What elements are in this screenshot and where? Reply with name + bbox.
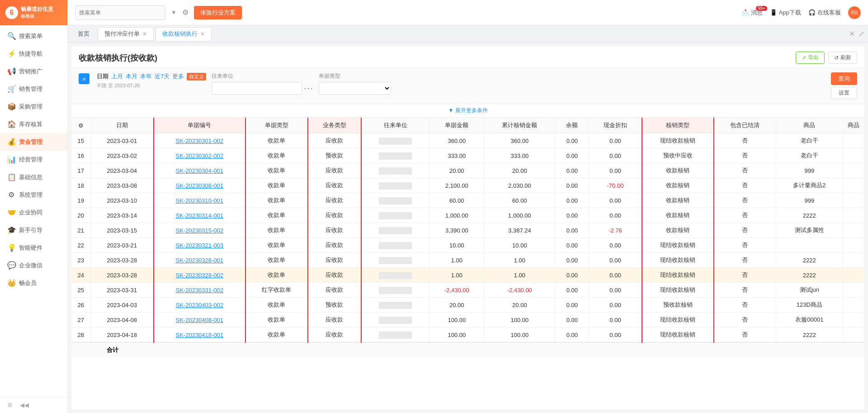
voucher-link[interactable]: SK-20230301-002: [176, 138, 224, 144]
table-row: 19 2023-03-10 SK-20230310-001 收款单 应收款 ██…: [71, 193, 864, 208]
settings-icon[interactable]: ⚙: [7, 402, 13, 408]
td-include-settled: 否: [714, 328, 776, 343]
col-goods[interactable]: 商品: [776, 118, 843, 133]
filter-date-more[interactable]: 更多: [172, 72, 184, 81]
export-btn[interactable]: ↗ 导出: [796, 52, 825, 64]
voucher-link[interactable]: SK-20230328-001: [176, 257, 224, 264]
filter-date-label: 日期: [97, 72, 108, 81]
td-cumulative: 100.00: [484, 328, 555, 343]
col-cash-discount[interactable]: 现金折扣: [589, 118, 642, 133]
voucher-link[interactable]: SK-20230403-002: [176, 302, 224, 309]
td-voucher-no: SK-20230304-001: [154, 163, 245, 178]
col-partner[interactable]: 往来单位: [361, 118, 429, 133]
sidebar-item-基础信息[interactable]: 📋 基础信息: [0, 168, 67, 186]
col-balance[interactable]: 余额: [555, 118, 589, 133]
dropdown-arrow-icon[interactable]: ▼: [171, 9, 177, 16]
td-voucher-no: SK-20230328-002: [154, 268, 245, 283]
sidebar-item-企业微信[interactable]: 💬 企业微信: [0, 256, 67, 274]
sidebar-item-系统管理[interactable]: ⚙ 系统管理: [0, 186, 67, 204]
td-date: 2023-03-15: [90, 223, 154, 238]
col-amount[interactable]: 单据金额: [429, 118, 484, 133]
filter-actions: 查询 设置: [831, 72, 857, 99]
td-cash-discount: 0.00: [589, 148, 642, 163]
tabbar-actions: ✕ ⤢: [849, 29, 864, 38]
filter-voucher-type-select[interactable]: 收款单 红字收款单: [319, 82, 391, 95]
gear-icon[interactable]: ⚙: [182, 8, 189, 17]
filter-toggle-btn[interactable]: »: [79, 73, 90, 84]
app-download-btn[interactable]: 📱 App下载: [770, 9, 801, 17]
sidebar-item-经营管理[interactable]: 📊 经营管理: [0, 151, 67, 168]
voucher-link[interactable]: SK-20230314-001: [176, 212, 224, 219]
tab-close-prepay[interactable]: ✕: [142, 31, 147, 37]
tab-expand-icon[interactable]: ⤢: [859, 29, 864, 38]
col-voucher-type[interactable]: 单据类型: [245, 118, 308, 133]
sidebar-item-库存核算[interactable]: 🏠 库存核算: [0, 115, 67, 133]
refresh-btn[interactable]: ↺ 刷新: [828, 52, 857, 64]
settings-btn[interactable]: 设置: [831, 87, 857, 99]
voucher-link[interactable]: SK-20230304-001: [176, 167, 224, 174]
td-voucher-no: SK-20230315-002: [154, 223, 245, 238]
tab-home[interactable]: 首页: [71, 27, 96, 41]
voucher-link[interactable]: SK-20230328-002: [176, 272, 224, 279]
filter-date-7days[interactable]: 近7天: [155, 72, 170, 81]
sidebar-item-新手引导[interactable]: 🎓 新手引导: [0, 221, 67, 239]
td-goods: 2222: [776, 268, 843, 283]
col-include-settled[interactable]: 包含已结清: [714, 118, 776, 133]
industry-btn[interactable]: 体验行业方案: [194, 6, 242, 19]
tab-collection[interactable]: 收款核销执行 ✕: [156, 27, 212, 41]
tab-prepay[interactable]: 预付冲应付单 ✕: [98, 27, 154, 41]
td-goods2: [843, 163, 864, 178]
tab-close-all-icon[interactable]: ✕: [849, 29, 855, 38]
sidebar-item-企业协同[interactable]: 🤝 企业协同: [0, 204, 67, 221]
td-date: 2023-04-18: [90, 328, 154, 343]
td-biz-type: 应收款: [308, 313, 361, 328]
expand-more-bar[interactable]: ▼ 展开更多条件: [71, 104, 864, 118]
filter-date-cur-year[interactable]: 本年: [140, 72, 152, 81]
voucher-link[interactable]: SK-20230408-001: [176, 317, 224, 323]
voucher-link[interactable]: SK-20230321-003: [176, 242, 224, 249]
sidebar-item-快捷导航[interactable]: ⚡ 快捷导航: [0, 45, 67, 62]
sidebar-item-采购管理[interactable]: 📦 采购管理: [0, 98, 67, 115]
sidebar-item-label: 资金管理: [19, 138, 42, 146]
voucher-link[interactable]: SK-20230418-001: [176, 332, 224, 338]
voucher-link[interactable]: SK-20230315-002: [176, 227, 224, 234]
online-service-btn[interactable]: 🎧 在线客服: [808, 9, 841, 17]
filter-dots[interactable]: ···: [304, 84, 313, 93]
messages-btn[interactable]: 📩 消息 99+: [742, 9, 763, 17]
td-biz-type: 应收款: [308, 208, 361, 223]
query-btn[interactable]: 查询: [831, 72, 857, 85]
filter-voucher-type-label: 单据类型: [319, 72, 391, 80]
filter-date-cur-month[interactable]: 本月: [126, 72, 137, 81]
voucher-link[interactable]: SK-20230310-001: [176, 197, 224, 204]
filter-partner-input[interactable]: [212, 82, 302, 95]
footer-partner: [361, 342, 429, 357]
col-cancel-type[interactable]: 核销类型: [642, 118, 714, 133]
td-voucher-type: 收款单: [245, 313, 308, 328]
search-input[interactable]: [75, 5, 165, 20]
voucher-link[interactable]: SK-20230308-001: [176, 182, 224, 189]
voucher-link[interactable]: SK-20230302-002: [176, 152, 224, 159]
col-cumulative[interactable]: 累计核销金额: [484, 118, 555, 133]
filter-custom-tag[interactable]: 自定义: [187, 73, 206, 81]
td-voucher-type: 收款单: [245, 208, 308, 223]
collapse-icon[interactable]: ◀◀: [20, 402, 29, 408]
col-goods2[interactable]: 商品: [843, 118, 864, 133]
col-voucher-no[interactable]: 单据编号: [154, 118, 245, 133]
col-gear[interactable]: ⚙: [71, 118, 90, 133]
col-biz-type[interactable]: 业务类型: [308, 118, 361, 133]
col-date[interactable]: 日期: [90, 118, 154, 133]
filter-date-prev-month[interactable]: 上月: [111, 72, 123, 81]
sidebar-item-畅会员[interactable]: 👑 畅会员: [0, 274, 67, 292]
sidebar-item-营销推广[interactable]: 📢 营销推广: [0, 62, 67, 80]
sidebar-icon: 🏠: [7, 120, 15, 128]
sidebar-item-搜索菜单[interactable]: 🔍 搜索菜单: [0, 27, 67, 45]
sidebar-item-销售管理[interactable]: 🛒 销售管理: [0, 80, 67, 98]
sidebar-item-智能硬件[interactable]: 💡 智能硬件: [0, 239, 67, 256]
td-balance: 0.00: [555, 238, 589, 253]
tab-close-collection[interactable]: ✕: [200, 31, 205, 37]
td-goods: 老白干: [776, 133, 843, 148]
sidebar-item-资金管理[interactable]: 💰 资金管理: [0, 133, 67, 151]
voucher-link[interactable]: SK-20230331-002: [176, 287, 224, 294]
avatar[interactable]: Rit: [848, 6, 861, 19]
td-biz-type: 应收款: [308, 268, 361, 283]
